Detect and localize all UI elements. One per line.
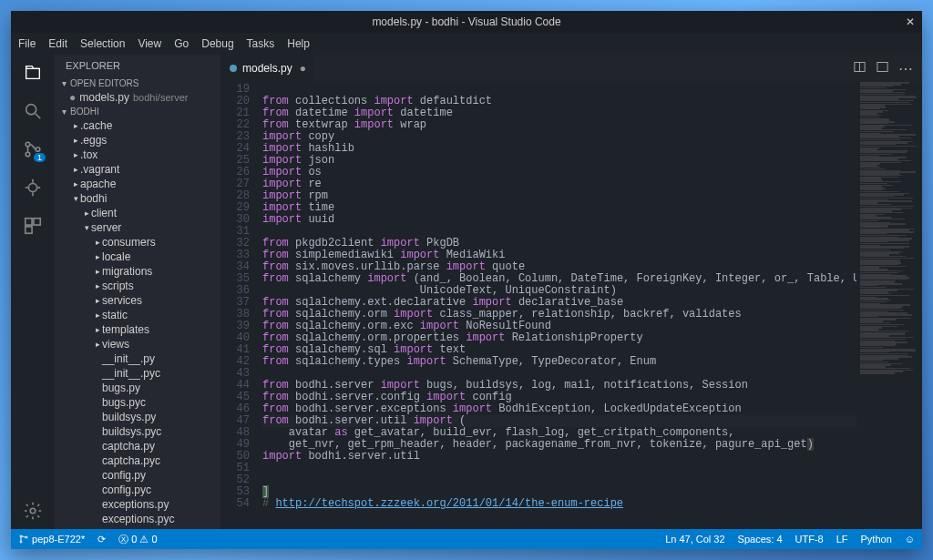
tree-item[interactable]: ▸.tox [55,148,220,162]
tree-item[interactable]: ▾bodhi [55,191,220,206]
app-window: models.py - bodhi - Visual Studio Code ✕… [11,11,922,549]
svg-rect-16 [877,62,887,71]
layout-icon[interactable] [876,60,889,77]
feedback-icon[interactable]: ☺ [905,534,915,545]
menu-view[interactable]: View [138,37,161,50]
svg-point-13 [30,508,36,514]
svg-point-5 [28,183,36,191]
extensions-icon[interactable] [22,215,44,237]
tree-item[interactable]: ▸.vagrant [55,162,220,177]
tree-item[interactable]: ▸services [55,293,220,308]
menu-selection[interactable]: Selection [80,37,125,50]
scm-icon[interactable]: 1 [22,138,44,160]
line-gutter: 1920212223242526272829303132333435363738… [220,82,262,529]
svg-point-0 [26,105,36,115]
menu-file[interactable]: File [18,37,36,50]
tree-item[interactable]: config.pyc [55,483,220,497]
tree-item[interactable]: ▸consumers [55,235,220,249]
more-icon[interactable]: ⋯ [898,60,913,77]
tree-item[interactable]: ▸apache [55,177,220,191]
titlebar[interactable]: models.py - bodhi - Visual Studio Code ✕ [11,11,922,33]
tree-item[interactable]: bugs.py [55,381,220,395]
status-bar: pep8-E722* ⟳ ⓧ 0 ⚠ 0 Ln 47, Col 32 Space… [11,529,922,549]
tree-item[interactable]: exceptions.py [55,497,220,512]
folder-root-header[interactable]: ▾BODHI [55,105,220,118]
activity-bar: 1 [11,55,55,529]
tree-item[interactable]: __init__.pyc [55,366,220,381]
tree-item[interactable]: ▸views [55,337,220,351]
menu-edit[interactable]: Edit [48,37,67,50]
menu-go[interactable]: Go [174,37,189,50]
gear-icon[interactable] [22,500,44,522]
tree-item[interactable]: ▾server [55,220,220,235]
editor[interactable]: 1920212223242526272829303132333435363738… [220,82,922,529]
window-title: models.py - bodhi - Visual Studio Code [372,15,560,28]
tree-item[interactable]: config.py [55,468,220,483]
scm-badge: 1 [34,153,46,162]
open-editors-header[interactable]: ▾OPEN EDITORS [55,76,220,90]
file-icon [230,65,237,72]
editor-group: models.py ● ⋯ 19202122232425262728293031… [220,55,922,529]
menu-tasks[interactable]: Tasks [247,37,275,50]
svg-point-19 [26,536,27,538]
svg-point-17 [20,535,22,537]
svg-rect-11 [34,219,40,225]
git-branch[interactable]: pep8-E722* [18,534,85,545]
svg-point-4 [36,148,40,152]
menu-debug[interactable]: Debug [201,37,233,50]
tree-item[interactable]: ▸locale [55,249,220,264]
svg-point-18 [20,541,22,543]
problems[interactable]: ⓧ 0 ⚠ 0 [118,533,157,546]
code-area[interactable]: from collections import defaultdictfrom … [262,82,856,529]
dirty-indicator: ● [300,62,306,75]
sync-icon[interactable]: ⟳ [97,534,106,545]
tree-item[interactable]: ▸.eggs [55,133,220,148]
split-icon[interactable] [853,60,866,77]
svg-rect-10 [26,219,32,225]
cursor-position[interactable]: Ln 47, Col 32 [665,534,724,545]
eol[interactable]: LF [836,534,848,545]
tree-item[interactable]: captcha.py [55,439,220,453]
tree-item[interactable]: captcha.pyc [55,453,220,468]
tree-item[interactable]: ▸client [55,206,220,220]
svg-line-1 [36,114,41,119]
close-icon[interactable]: ✕ [906,15,915,28]
encoding[interactable]: UTF-8 [795,534,824,545]
tree-item[interactable]: ▸migrations [55,264,220,279]
svg-point-3 [26,152,30,157]
indent[interactable]: Spaces: 4 [738,534,783,545]
explorer-icon[interactable] [22,62,44,84]
debug-icon[interactable] [22,177,44,199]
tabs: models.py ● ⋯ [220,55,922,82]
language[interactable]: Python [861,534,892,545]
sidebar: EXPLORER ▾OPEN EDITORS ● models.py bodhi… [55,55,220,529]
open-editor-item[interactable]: ● models.py bodhi/server [55,90,220,105]
tree-item[interactable]: buildsys.py [55,410,220,424]
minimap[interactable] [856,82,922,529]
svg-point-2 [26,142,30,147]
tree-item[interactable]: ▸.cache [55,118,220,133]
menubar: FileEditSelectionViewGoDebugTasksHelp [11,33,922,55]
tree-item[interactable]: buildsys.pyc [55,424,220,439]
search-icon[interactable] [22,100,44,122]
tree-item[interactable]: exceptions.pyc [55,512,220,526]
menu-help[interactable]: Help [287,37,310,50]
tree-item[interactable]: ▸templates [55,322,220,337]
tree-item[interactable]: ▸static [55,308,220,322]
svg-rect-12 [26,227,32,233]
tab-models[interactable]: models.py ● [220,55,315,82]
tree-item[interactable]: ▸scripts [55,279,220,293]
tree-item[interactable]: bugs.pyc [55,395,220,410]
sidebar-title: EXPLORER [55,55,220,76]
tree-item[interactable]: __init__.py [55,351,220,366]
